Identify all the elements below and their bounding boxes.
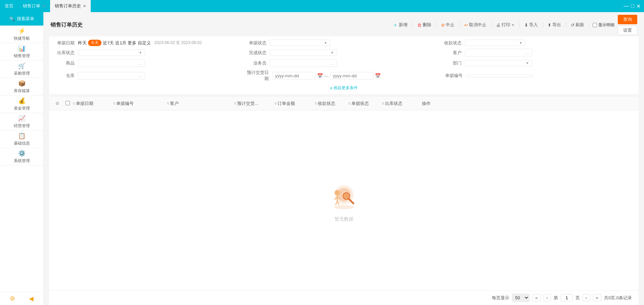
date-option-1month[interactable]: 近1月	[115, 40, 126, 46]
minimize-btn[interactable]: —	[624, 3, 629, 9]
add-icon: ＋	[393, 22, 398, 28]
receipt-status-control: ▼	[465, 40, 633, 46]
product-control: …	[78, 59, 246, 67]
sidebar-settings-icon[interactable]: ⚙	[10, 295, 15, 302]
chevron-up-icon: ∧	[330, 86, 333, 90]
date-option-7days[interactable]: 近7天	[103, 40, 114, 46]
set-button[interactable]: 设置	[618, 26, 637, 35]
col-header-delivery[interactable]: ⇅ 预计交货...	[234, 101, 274, 107]
customer-input[interactable]: …	[465, 49, 532, 56]
outbound-status-control: ▼	[78, 49, 246, 56]
calendar-start-icon[interactable]: 📅	[317, 73, 323, 78]
quick-nav-icon: ⚡	[18, 27, 26, 35]
sidebar-item-inventory-mgmt-label: 库存核算	[14, 88, 30, 94]
show-detail-checkbox[interactable]	[593, 23, 597, 27]
salesperson-input[interactable]: …	[270, 59, 337, 67]
sidebar-item-operations-mgmt[interactable]: 📈 经营管理	[0, 113, 43, 130]
sidebar-item-purchase-mgmt[interactable]: 🛒 采购管理	[0, 61, 43, 78]
date-option-custom[interactable]: 自定义	[138, 40, 151, 46]
sidebar-search[interactable]: 🔍 搜索菜单	[0, 12, 43, 26]
sidebar-search-label: 搜索菜单	[17, 16, 34, 22]
delivery-date-start[interactable]	[272, 72, 316, 80]
col-header-bill-status[interactable]: ⇅ 单据状态	[348, 101, 382, 107]
collapse-button[interactable]: ∧ 收起更多条件	[54, 84, 633, 91]
delivery-date-end[interactable]	[330, 72, 374, 80]
page-label: 第	[554, 295, 558, 301]
delete-button[interactable]: 🗑 删除	[416, 21, 433, 29]
date-option-more[interactable]: 更多	[128, 40, 136, 46]
sidebar-item-inventory-mgmt[interactable]: 📦 库存核算	[0, 78, 43, 96]
export-button[interactable]: ⬆ 导出	[546, 21, 562, 29]
import-button[interactable]: ⬇ 导入	[523, 21, 539, 29]
stop-icon: ⊘	[441, 23, 445, 28]
col-header-number[interactable]: ⇅ 单据编号	[113, 101, 167, 107]
col-header-receipt-status[interactable]: ⇅ 收款状态	[314, 101, 348, 107]
show-detail-checkbox-label[interactable]: 显示明细	[593, 22, 614, 28]
bill-number-control	[466, 74, 633, 77]
product-input[interactable]: …	[78, 59, 145, 67]
all-checkbox[interactable]	[66, 101, 70, 105]
date-option-yesterday[interactable]: 昨天	[78, 40, 87, 46]
calendar-end-icon[interactable]: 📅	[375, 73, 381, 78]
empty-state: 暂无数据	[327, 179, 361, 222]
col-header-amount[interactable]: ⇅ 订单金额	[274, 101, 314, 107]
sidebar-collapse-icon[interactable]: ◀	[29, 295, 34, 302]
cancel-stop-button[interactable]: ↩ 取消中止	[463, 21, 488, 29]
sidebar-item-sales-mgmt[interactable]: 📊 销售管理	[0, 43, 43, 61]
salesperson-label: 业务员	[246, 60, 270, 66]
maximize-btn[interactable]: □	[631, 3, 634, 9]
select-all-checkbox[interactable]	[62, 101, 73, 106]
first-page-button[interactable]: «	[532, 294, 541, 301]
total-records: 共0页,0条记录	[604, 295, 632, 301]
query-button[interactable]: 查询	[618, 15, 637, 24]
tab-sales-order-close[interactable]: ✕	[42, 4, 45, 8]
bill-status-control[interactable]: ▼	[270, 40, 438, 46]
inventory-mgmt-icon: 📦	[18, 80, 26, 87]
complete-status-select[interactable]: ▼	[270, 49, 337, 56]
department-select[interactable]: ▼	[465, 60, 532, 66]
col-header-customer[interactable]: ⇅ 客户	[167, 101, 234, 107]
product-label: 商品	[54, 60, 78, 66]
close-btn[interactable]: ✕	[636, 3, 641, 9]
column-settings-btn[interactable]: ⚙	[52, 101, 62, 106]
col-header-outbound-status[interactable]: ⇅ 出库状态	[382, 101, 422, 107]
sidebar-item-sys-mgmt[interactable]: ⚙️ 系统管理	[0, 148, 43, 165]
col-header-date[interactable]: ⇅ 单据日期	[73, 101, 113, 107]
receipt-status-select[interactable]: ▼	[465, 40, 525, 46]
last-page-button[interactable]: »	[593, 294, 601, 301]
page-size-select[interactable]: 50 10 20 100	[512, 294, 529, 302]
add-button[interactable]: ＋ 新增	[391, 21, 409, 29]
delivery-date-control: 📅 — 📅	[272, 72, 439, 80]
delete-icon: 🗑	[417, 23, 422, 28]
outbound-status-arrow-icon: ▼	[139, 51, 142, 54]
current-page-input[interactable]	[561, 294, 573, 301]
prev-page-button[interactable]: ‹	[544, 294, 551, 301]
tab-home[interactable]: 首页	[0, 0, 18, 12]
operations-mgmt-icon: 📈	[18, 115, 26, 122]
sidebar-item-quick-nav[interactable]: ⚡ 快捷导航	[0, 26, 43, 43]
page-size-label: 每页显示	[492, 295, 509, 301]
warehouse-input[interactable]: …	[78, 72, 145, 80]
date-option-today-badge[interactable]: 今天	[88, 40, 101, 46]
sidebar-item-basic-info[interactable]: 📋 基础信息	[0, 130, 43, 148]
bill-number-input[interactable]	[466, 74, 533, 77]
filter-row-2: 出库状态 ▼ 完成状态 ▼ 客户 …	[54, 49, 633, 56]
divider-1	[412, 22, 413, 28]
tab-sales-order-history[interactable]: 销售订单历史 ✕	[50, 0, 91, 12]
tab-sales-order[interactable]: 销售订单 ✕	[18, 0, 50, 12]
next-page-button[interactable]: ›	[583, 294, 590, 301]
svg-line-10	[336, 201, 337, 205]
delivery-date-label: 预计交货日期	[245, 70, 272, 82]
sidebar-bottom: ⚙ ◀	[0, 292, 43, 305]
print-icon: 🖨	[496, 23, 501, 28]
filter-area: 单据日期 昨天 今天 近7天 近1月 更多 自定义 2023-06-02 至 2…	[49, 36, 639, 94]
warehouse-control: …	[78, 72, 245, 80]
sidebar-item-finance-mgmt[interactable]: 💰 资金管理	[0, 96, 43, 113]
tab-sales-order-history-close[interactable]: ✕	[83, 4, 86, 8]
outbound-status-select[interactable]: ▼	[78, 49, 145, 56]
sys-mgmt-icon: ⚙️	[18, 150, 26, 157]
stop-button[interactable]: ⊘ 中止	[440, 21, 456, 29]
bill-status-select[interactable]: ▼	[270, 40, 330, 46]
print-button[interactable]: 🖨 打印 ▼	[495, 21, 516, 29]
refresh-button[interactable]: ↺ 刷新	[569, 21, 586, 29]
